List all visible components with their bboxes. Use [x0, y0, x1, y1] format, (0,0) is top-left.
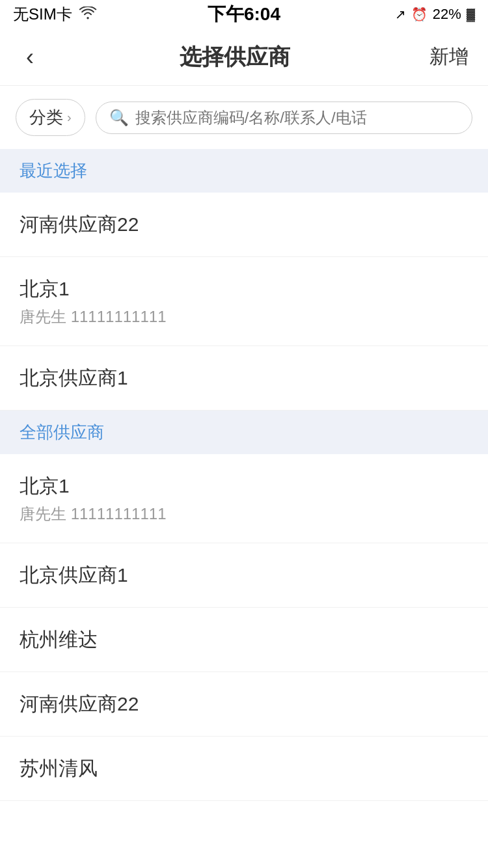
- item-name: 北京供应商1: [20, 364, 468, 392]
- list-item[interactable]: 北京供应商1: [0, 543, 488, 608]
- item-name: 河南供应商22: [20, 211, 468, 238]
- item-name: 北京1: [20, 472, 468, 500]
- all-list: 北京1唐先生 11111111111北京供应商1杭州维达河南供应商22苏州清风: [0, 454, 488, 801]
- status-left: 无SIM卡: [13, 4, 97, 25]
- status-time: 下午6:04: [208, 2, 280, 27]
- status-bar: 无SIM卡 下午6:04 ↗ ⏰ 22% ▓: [0, 0, 488, 29]
- item-name: 苏州清风: [20, 755, 468, 782]
- add-button[interactable]: 新增: [429, 44, 468, 70]
- list-item[interactable]: 河南供应商22: [0, 193, 488, 257]
- status-right: ↗ ⏰ 22% ▓: [395, 6, 475, 23]
- chevron-right-icon: ›: [67, 110, 72, 125]
- list-item[interactable]: 北京1唐先生 11111111111: [0, 257, 488, 346]
- filter-bar: 分类 › 🔍: [0, 86, 488, 149]
- battery-icon: ▓: [467, 8, 475, 21]
- list-item[interactable]: 杭州维达: [0, 608, 488, 672]
- alarm-icon: ⏰: [411, 7, 427, 22]
- search-input[interactable]: [135, 109, 459, 127]
- list-item[interactable]: 北京1唐先生 11111111111: [0, 454, 488, 543]
- search-box[interactable]: 🔍: [96, 102, 472, 134]
- list-item[interactable]: 苏州清风: [0, 737, 488, 801]
- wifi-icon: [79, 5, 97, 23]
- item-name: 杭州维达: [20, 626, 468, 653]
- carrier-text: 无SIM卡: [13, 4, 72, 25]
- battery-text: 22%: [433, 6, 461, 23]
- list-item[interactable]: 河南供应商22: [0, 672, 488, 737]
- back-button[interactable]: ‹: [20, 37, 40, 77]
- nav-bar: ‹ 选择供应商 新增: [0, 29, 488, 86]
- recent-list: 河南供应商22北京1唐先生 11111111111北京供应商1: [0, 193, 488, 411]
- item-name: 河南供应商22: [20, 690, 468, 718]
- recent-section-header: 最近选择: [0, 149, 488, 193]
- item-name: 北京1: [20, 275, 468, 303]
- page-title: 选择供应商: [180, 42, 290, 72]
- item-sub: 唐先生 11111111111: [20, 504, 468, 524]
- search-icon: 🔍: [109, 109, 129, 127]
- item-sub: 唐先生 11111111111: [20, 306, 468, 327]
- item-name: 北京供应商1: [20, 562, 468, 589]
- list-item[interactable]: 北京供应商1: [0, 346, 488, 411]
- all-section-header: 全部供应商: [0, 411, 488, 454]
- category-label: 分类: [29, 106, 63, 129]
- location-icon: ↗: [395, 7, 406, 22]
- category-button[interactable]: 分类 ›: [16, 99, 85, 136]
